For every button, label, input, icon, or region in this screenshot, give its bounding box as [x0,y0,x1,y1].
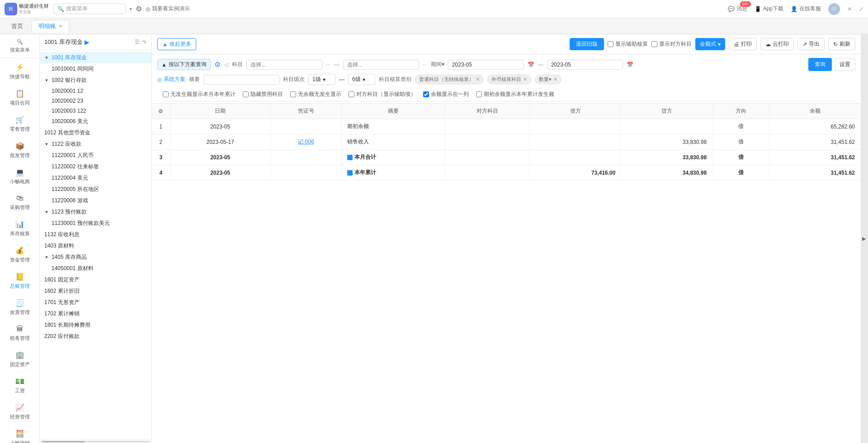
query-button[interactable]: 查询 [808,58,832,71]
sidebar-item-ecommerce[interactable]: 💻 小畅电商 [0,163,39,190]
subject-input2[interactable] [343,60,419,70]
tree-node-2202[interactable]: 2202 应付账款 [40,331,151,342]
show-aux-input[interactable] [608,41,613,47]
tree-node-11220004[interactable]: 11220004 美元 [40,172,151,184]
sidebar-item-inventory[interactable]: 📊 库存核算 [0,215,39,242]
tree-edit-icon[interactable]: ✎ [142,39,147,45]
settings-button[interactable]: 设置 [835,58,855,71]
period-calendar-start[interactable]: 📅 [528,62,534,68]
tree-collapse-1123[interactable]: ▼ [44,210,49,214]
sidebar-item-project[interactable]: 📋 项目合同 [0,85,39,111]
sidebar-item-capital[interactable]: 💰 资金管理 [0,242,39,268]
level-start-select[interactable]: 1级 ▾ [308,74,335,85]
tree-node-10010001[interactable]: 10010001 同同同 [40,63,151,75]
cb-no-balance-input[interactable] [163,91,169,97]
gear-column-icon[interactable]: ⚙ [158,108,163,114]
sidebar-item-operations[interactable]: 📈 经营管理 [0,399,39,425]
return-old-button[interactable]: 退回旧版 [570,38,604,50]
demo-button[interactable]: ◎ 我要看实例演示 [146,5,190,13]
user-avatar[interactable]: U [828,3,840,15]
tag-foreign-close[interactable]: ✕ [523,76,527,82]
scheme-button[interactable]: ◎ 系统方案 [157,76,185,83]
message-button[interactable]: 💬 消息 99+ [728,5,747,13]
sidebar-item-quick-nav[interactable]: ⚡ 快捷导航 [0,58,39,85]
tree-node-1122[interactable]: ▼ 1122 应收款 [40,138,151,150]
tag-quantity-close[interactable]: ✕ [553,76,557,82]
cloud-print-button[interactable]: ☁ 云打印 [760,38,794,50]
cb-no-balance-show-input[interactable] [290,91,296,97]
cb-opposite[interactable]: 对方科目（显示辅助项） [349,91,416,98]
tab-close-icon[interactable]: ✕ [59,24,62,29]
tree-node-1701[interactable]: 1701 无形资产 [40,297,151,308]
sidebar-item-wholesale[interactable]: 📦 批发管理 [0,137,39,163]
period-start[interactable] [448,60,524,70]
tree-collapse-1405[interactable]: ▼ [44,255,49,260]
tree-node-1602[interactable]: 1602 累计折旧 [40,286,151,297]
tree-node-1405[interactable]: ▼ 1405 库存商品 [40,252,151,263]
tag-normal-close[interactable]: ✕ [476,76,480,82]
tree-node-1001[interactable]: ▼ 1001 库存现金 [40,52,151,63]
voucher-link[interactable]: 记-006 [298,138,314,145]
window-close[interactable]: ✕ [847,6,852,12]
tree-collapse-1122[interactable]: ▼ [44,142,49,147]
collect-more-button[interactable]: ▲ 收起更多 [157,38,196,50]
cb-opposite-input[interactable] [349,91,354,97]
sidebar-item-purchase[interactable]: 🛍 采购管理 [0,190,39,215]
tag-foreign[interactable]: 外币核算科目 ✕ [487,75,531,84]
sidebar-item-accounting[interactable]: 📒 总账管理 [0,268,39,294]
sidebar-item-expense[interactable]: 🧮 小畅报销 [0,425,39,443]
tree-node-14050001[interactable]: 14050001 原材料 [40,263,151,274]
sidebar-item-retail[interactable]: 🛒 零售管理 [0,111,39,137]
tag-quantity[interactable]: 数量▾ ✕ [535,75,561,84]
subject-input[interactable] [246,60,322,70]
tree-node-1002[interactable]: ▼ 1002 银行存款 [40,75,151,86]
sidebar-item-fixed-assets[interactable]: 🏢 固定资产 [0,346,39,372]
show-opposite-checkbox[interactable]: 显示对方科目 [651,40,692,48]
sidebar-item-tax[interactable]: 🏛 税务管理 [0,320,39,346]
period-calendar-end[interactable]: 📅 [627,62,633,68]
tree-node-1702[interactable]: 1702 累计摊销 [40,308,151,319]
right-collapse-tab[interactable]: ▶ [861,34,868,443]
tree-node-1403[interactable]: 1403 原材料 [40,240,151,252]
tree-node-11220005[interactable]: 11220005 所在地区 [40,184,151,195]
tree-node-1012[interactable]: 1012 其他货币资金 [40,127,151,138]
service-button[interactable]: 👤 在线客服 [791,5,821,13]
tree-node-1123[interactable]: ▼ 1123 预付账款 [40,206,151,218]
cb-balance-col[interactable]: 余额显示在一列 [423,91,469,98]
sidebar-item-payroll[interactable]: 💵 工资 [0,372,39,399]
refresh-button[interactable]: ↻ 刷新 [828,38,855,50]
tree-node-10020002[interactable]: 10020002 23 [40,96,151,106]
period-end[interactable] [547,60,623,70]
amount-format-button[interactable]: 金额式 ▾ [695,38,725,50]
cb-cumulative-input[interactable] [476,91,482,97]
tree-node-10020006[interactable]: 10020006 美元 [40,116,151,127]
tree-node-1601[interactable]: 1601 固定资产 [40,274,151,286]
tree-node-1801[interactable]: 1801 长期待摊费用 [40,319,151,331]
summary-input[interactable] [203,75,279,85]
export-button[interactable]: ↗ 导出 [797,38,825,50]
filter-collapse-icon[interactable]: ◁ [224,62,228,68]
sidebar-item-invoice[interactable]: 🧾 发票管理 [0,294,39,320]
filter-settings-icon[interactable]: ⚙ [214,60,221,69]
search-box[interactable]: 🔍 搜索菜单 [53,4,126,14]
level-end-select[interactable]: 6级 ▾ [348,74,375,85]
cb-hide-disabled-input[interactable] [243,91,249,97]
sidebar-search[interactable]: 🔍 搜索菜单 [0,34,39,58]
cb-hide-disabled[interactable]: 隐藏禁用科目 [243,91,283,98]
settings-icon[interactable]: ⚙ [136,5,142,13]
tree-node-11220002[interactable]: 11220002 往来标签 [40,161,151,172]
tree-node-10020003[interactable]: 10020003 122 [40,106,151,116]
tree-collapse-1001[interactable]: ▼ [44,55,49,60]
account-selector[interactable]: 1001 库存现金 ▶ [44,38,90,46]
cb-balance-col-input[interactable] [423,91,429,97]
tab-home[interactable]: 首页 [5,20,30,33]
show-opposite-input[interactable] [651,41,657,47]
window-maximize[interactable]: ⤢ [859,6,863,12]
account-selector-arrow[interactable]: ▶ [85,38,90,46]
tree-collapse-1002[interactable]: ▼ [44,78,49,83]
cb-cumulative[interactable]: 期初余额显示本年累计发生额 [476,91,554,98]
subject-dots[interactable]: ··· [326,62,330,68]
dropdown-icon[interactable]: ▾ [129,6,132,12]
cb-no-balance[interactable]: 无发生额显示本月本年累计 [163,91,236,98]
show-aux-checkbox[interactable]: 显示辅助核算 [608,40,648,48]
